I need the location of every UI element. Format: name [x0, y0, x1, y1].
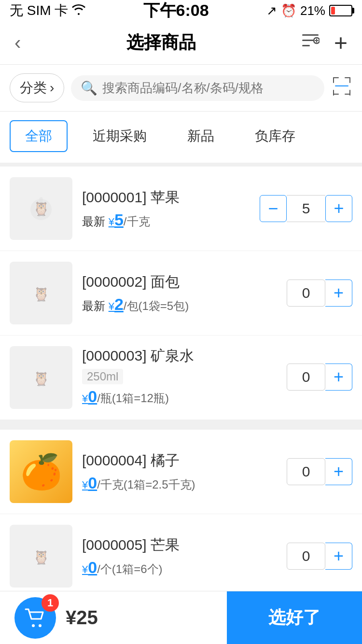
svg-text:🦉: 🦉 [33, 371, 50, 387]
list-item: 🦉 [0000005] 芒果 ¥0/个(1箱=6个) + [0, 514, 362, 599]
search-input[interactable] [102, 81, 315, 96]
product-info: [0000005] 芒果 ¥0/个(1箱=6个) [82, 535, 277, 577]
product-name: [0000001] 苹果 [82, 188, 250, 208]
product-info: [0000003] 矿泉水 250ml ¥0/瓶(1箱=12瓶) [82, 346, 277, 406]
list-item: 🦉 [0000003] 矿泉水 250ml ¥0/瓶(1箱=12瓶) + [0, 336, 362, 420]
increment-button[interactable]: + [325, 195, 352, 222]
filter-tabs: 全部 近期采购 新品 负库存 [0, 112, 362, 167]
bottom-bar: 1 ¥25 选好了 [0, 591, 362, 644]
category-button[interactable]: 分类 › [10, 73, 64, 102]
cart-total: ¥25 [66, 607, 98, 629]
list-item: 🦉 [0000001] 苹果 最新 ¥5/千克 − + [0, 167, 362, 251]
product-price: 最新 ¥5/千克 [82, 210, 250, 229]
quantity-input[interactable] [287, 543, 325, 570]
separator [0, 420, 362, 430]
svg-rect-14 [335, 85, 348, 86]
product-name: [0000002] 面包 [82, 272, 277, 292]
category-label: 分类 [20, 79, 47, 97]
svg-rect-1 [302, 40, 314, 41]
wifi-icon [72, 3, 85, 18]
increment-button[interactable]: + [325, 364, 352, 391]
location-icon: ↗ [266, 3, 277, 18]
alarm-icon: ⏰ [281, 3, 296, 18]
quantity-input[interactable] [287, 458, 325, 485]
product-name: [0000003] 矿泉水 [82, 346, 277, 366]
product-info: [0000001] 苹果 最新 ¥5/千克 [82, 188, 250, 229]
increment-button[interactable]: + [325, 543, 352, 570]
product-info: [0000004] 橘子 ¥0/千克(1箱=2.5千克) [82, 451, 277, 492]
product-price: 最新 ¥2/包(1袋=5包) [82, 295, 277, 314]
quantity-stepper: + [287, 543, 352, 570]
cart-icon[interactable]: 1 [14, 597, 56, 639]
search-icon: 🔍 [81, 80, 97, 96]
svg-text:🦉: 🦉 [33, 201, 50, 217]
svg-rect-11 [333, 90, 334, 96]
battery-percent: 21% [300, 3, 325, 18]
product-info: [0000002] 面包 最新 ¥2/包(1袋=5包) [82, 272, 277, 314]
tab-all[interactable]: 全部 [10, 120, 68, 152]
status-left: 无 SIM 卡 [10, 1, 85, 20]
quantity-stepper: + [287, 364, 352, 391]
svg-rect-0 [302, 34, 319, 36]
quantity-stepper: + [287, 280, 352, 307]
product-price: ¥0/瓶(1箱=12瓶) [82, 387, 277, 406]
product-list: 🦉 [0000001] 苹果 最新 ¥5/千克 − + 🦉 [00 [0, 167, 362, 644]
svg-point-24 [39, 624, 42, 627]
quantity-stepper: + [287, 458, 352, 485]
quantity-input[interactable] [287, 195, 325, 222]
svg-text:🦉: 🦉 [33, 286, 50, 302]
filter-icon[interactable] [301, 32, 320, 53]
product-name: [0000005] 芒果 [82, 535, 277, 555]
decrement-button[interactable]: − [260, 195, 287, 222]
svg-rect-2 [302, 45, 310, 46]
product-price: ¥0/千克(1箱=2.5千克) [82, 474, 277, 492]
tab-recent[interactable]: 近期采购 [77, 120, 162, 152]
list-item: 🦉 [0000002] 面包 最新 ¥2/包(1袋=5包) + [0, 251, 362, 336]
product-thumbnail: 🦉 [10, 262, 72, 324]
search-input-wrap: 🔍 [71, 75, 324, 101]
increment-button[interactable]: + [325, 280, 352, 307]
tab-new[interactable]: 新品 [172, 120, 230, 152]
increment-button[interactable]: + [325, 458, 352, 485]
cart-section: 1 ¥25 [0, 597, 227, 639]
svg-rect-7 [333, 77, 334, 83]
status-time: 下午6:08 [143, 0, 209, 22]
svg-rect-13 [349, 90, 350, 96]
svg-rect-9 [349, 77, 350, 83]
svg-point-23 [32, 624, 35, 627]
quantity-stepper: − + [260, 195, 352, 222]
battery-icon [329, 5, 352, 16]
add-button[interactable]: + [334, 29, 348, 56]
cart-badge: 1 [42, 594, 59, 612]
product-thumbnail: 🍊 [10, 440, 72, 503]
product-thumbnail: 🦉 [10, 525, 72, 588]
confirm-button[interactable]: 选好了 [227, 591, 362, 644]
status-right: ↗ ⏰ 21% [266, 3, 352, 18]
scan-icon[interactable] [331, 75, 352, 101]
product-thumbnail: 🦉 [10, 177, 72, 240]
status-bar: 无 SIM 卡 下午6:08 ↗ ⏰ 21% [0, 0, 362, 21]
list-item: 🍊 [0000004] 橘子 ¥0/千克(1箱=2.5千克) + [0, 430, 362, 514]
tab-negative-stock[interactable]: 负库存 [239, 120, 311, 152]
product-name: [0000004] 橘子 [82, 451, 277, 471]
category-arrow: › [50, 80, 54, 96]
svg-text:🦉: 🦉 [33, 549, 50, 565]
product-price: ¥0/个(1箱=6个) [82, 558, 277, 577]
product-thumbnail: 🦉 [10, 346, 72, 409]
back-button[interactable]: ‹ [14, 32, 21, 54]
quantity-input[interactable] [287, 280, 325, 307]
nav-actions: + [301, 29, 348, 56]
carrier-text: 无 SIM 卡 [10, 1, 68, 20]
nav-bar: ‹ 选择商品 + [0, 21, 362, 65]
page-title: 选择商品 [126, 31, 196, 55]
search-bar: 分类 › 🔍 [0, 65, 362, 112]
quantity-input[interactable] [287, 364, 325, 391]
product-spec: 250ml [82, 369, 123, 384]
